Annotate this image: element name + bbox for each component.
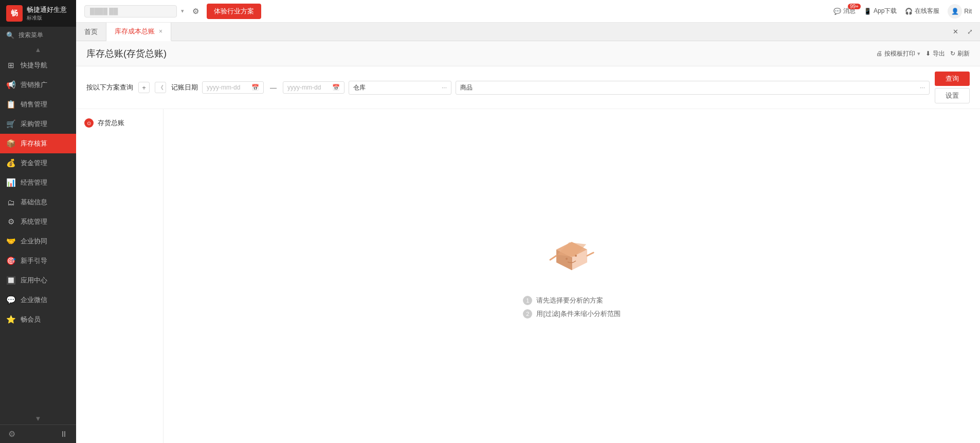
sidebar-logo: 畅 畅捷通好生意 标准版 (0, 0, 76, 27)
sidebar-item-label: 采购管理 (21, 119, 47, 129)
sidebar-search[interactable]: 🔍 搜索菜单 (0, 27, 76, 44)
topbar: ████ ██ ▾ ⚙ 体验行业方案 💬 消息 99+ 📱 App下载 🎧 在线… (76, 0, 980, 23)
sidebar-item-enterprise[interactable]: 🤝 企业协同 (0, 232, 76, 251)
date-field-label: 记账日期 (171, 83, 198, 92)
topbar-gear-button[interactable]: ⚙ (188, 4, 203, 19)
sidebar-item-label: 销售管理 (21, 100, 47, 109)
topbar-chevron-icon[interactable]: ▾ (181, 8, 184, 14)
filter-collapse-button[interactable]: 《 (155, 82, 166, 93)
goods-more-icon[interactable]: ··· (920, 84, 925, 91)
sidebar-item-label: 企业协同 (21, 237, 47, 246)
sales-icon: 📋 (6, 100, 15, 109)
sidebar-item-marketing[interactable]: 📢 营销推广 (0, 75, 76, 95)
user-profile[interactable]: 👤 Rit (948, 4, 972, 19)
sidebar-item-quick-nav[interactable]: ⊞ 快捷导航 (0, 56, 76, 75)
sidebar-item-basic[interactable]: 🗂 基础信息 (0, 192, 76, 212)
industry-solution-button[interactable]: 体验行业方案 (207, 4, 261, 19)
apps-icon: 🔲 (6, 276, 15, 285)
online-support-action[interactable]: 🎧 在线客服 (905, 7, 939, 15)
sidebar-item-newbie[interactable]: 🎯 新手引导 (0, 251, 76, 271)
main-body: ⊙ 存货总账 (76, 109, 980, 443)
sidebar-search-label: 搜索菜单 (19, 31, 43, 40)
date-end-placeholder: yyyy-mm-dd (287, 84, 321, 91)
sidebar-item-label: 新手引导 (21, 256, 47, 265)
tab-home[interactable]: 首页 (76, 23, 106, 41)
app-logo-text: 畅捷通好生意 标准版 (27, 5, 67, 22)
print-label: 按模板打印 (884, 49, 915, 58)
sidebar-item-inventory[interactable]: 📦 库存核算 (0, 134, 76, 153)
tip-text-1: 请先选择要分析的方案 (536, 296, 603, 305)
calendar-start-icon[interactable]: 📅 (251, 84, 259, 91)
empty-tips: 1 请先选择要分析的方案 2 用[过滤]条件来缩小分析范围 (523, 296, 620, 318)
filter-panel-item-inventory[interactable]: ⊙ 存货总账 (76, 114, 163, 132)
sidebar: 畅 畅捷通好生意 标准版 🔍 搜索菜单 ▲ ⊞ 快捷导航 📢 营销推广 📋 销售… (0, 0, 76, 443)
export-icon: ⬇ (925, 50, 931, 57)
sidebar-item-label: 企业微信 (21, 295, 47, 305)
user-avatar: 👤 (948, 4, 962, 19)
search-icon: 🔍 (6, 31, 14, 39)
refresh-icon: ↻ (950, 50, 955, 57)
calendar-end-icon[interactable]: 📅 (332, 84, 340, 91)
main-content: ████ ██ ▾ ⚙ 体验行业方案 💬 消息 99+ 📱 App下载 🎧 在线… (76, 0, 980, 443)
tabs-close-all-button[interactable]: ✕ (949, 26, 961, 38)
print-icon: 🖨 (876, 50, 882, 57)
goods-select[interactable]: 商品 ··· (456, 81, 930, 95)
sidebar-item-wechat[interactable]: 💬 企业微信 (0, 290, 76, 310)
sidebar-item-label: 应用中心 (21, 276, 47, 285)
enterprise-icon: 🤝 (6, 237, 15, 246)
tip-num-1: 1 (523, 296, 532, 305)
message-icon: 💬 (833, 8, 841, 15)
app-name: 畅捷通好生意 (27, 5, 67, 14)
operations-icon: 📊 (6, 178, 15, 187)
filter-add-button[interactable]: + (138, 82, 150, 93)
topbar-search-input[interactable]: ████ ██ (84, 5, 177, 17)
marketing-icon: 📢 (6, 80, 15, 90)
settings-icon[interactable]: ⚙ (8, 429, 15, 439)
empty-state: 1 请先选择要分析的方案 2 用[过滤]条件来缩小分析范围 (164, 109, 980, 443)
filter-side-panel: ⊙ 存货总账 (76, 109, 164, 443)
warehouse-select[interactable]: 仓库 ··· (349, 81, 451, 95)
sidebar-scroll-down[interactable]: ▼ (0, 413, 76, 424)
tip-text-2: 用[过滤]条件来缩小分析范围 (536, 309, 620, 318)
online-support-label: 在线客服 (915, 7, 939, 15)
sidebar-item-operations[interactable]: 📊 经营管理 (0, 173, 76, 192)
app-download-action[interactable]: 📱 App下载 (864, 7, 897, 15)
sidebar-item-member[interactable]: ⭐ 畅会员 (0, 310, 76, 329)
export-button[interactable]: ⬇ 导出 (925, 49, 945, 58)
warehouse-more-icon[interactable]: ··· (442, 84, 447, 91)
headset-icon: 🎧 (905, 8, 913, 15)
sidebar-item-system[interactable]: ⚙ 系统管理 (0, 212, 76, 232)
date-start-input[interactable]: yyyy-mm-dd 📅 (202, 81, 264, 94)
print-chevron-icon[interactable]: ▾ (917, 50, 920, 57)
sidebar-item-sales[interactable]: 📋 销售管理 (0, 95, 76, 114)
topbar-search-text: ████ ██ (90, 8, 118, 15)
date-end-input[interactable]: yyyy-mm-dd 📅 (283, 81, 344, 94)
sidebar-item-label: 经营管理 (21, 178, 47, 187)
tab-close-button[interactable]: × (159, 28, 162, 35)
page-header: 库存总账(存货总账) 🖨 按模板打印 ▾ ⬇ 导出 ↻ 刷新 (76, 41, 980, 66)
purchase-icon: 🛒 (6, 119, 15, 129)
member-icon: ⭐ (6, 315, 15, 324)
query-button[interactable]: 查询 (935, 72, 970, 86)
filter-bar: 按以下方案查询 + 《 记账日期 yyyy-mm-dd 📅 — yyyy-mm-… (76, 66, 980, 109)
sidebar-item-purchase[interactable]: 🛒 采购管理 (0, 114, 76, 134)
sidebar-scroll-up[interactable]: ▲ (0, 44, 76, 56)
finance-icon: 💰 (6, 158, 15, 168)
sidebar-item-apps[interactable]: 🔲 应用中心 (0, 271, 76, 290)
refresh-button[interactable]: ↻ 刷新 (950, 49, 970, 58)
sidebar-item-finance[interactable]: 💰 资金管理 (0, 153, 76, 173)
empty-state-illustration (546, 234, 597, 286)
svg-line-7 (550, 256, 556, 260)
collapse-icon[interactable]: ⏸ (60, 430, 68, 439)
tabs-expand-button[interactable]: ⤢ (964, 26, 976, 38)
tab-inventory-label: 库存成本总账 (115, 27, 155, 36)
sidebar-bottom: ⚙ ⏸ (0, 424, 76, 443)
settings-button[interactable]: 设置 (935, 88, 970, 103)
print-template-button[interactable]: 🖨 按模板打印 ▾ (876, 49, 920, 58)
tab-inventory-ledger[interactable]: 库存成本总账 × (106, 23, 171, 41)
message-action[interactable]: 💬 消息 99+ (833, 7, 856, 15)
inventory-icon: 📦 (6, 139, 15, 148)
empty-tip-1: 1 请先选择要分析的方案 (523, 296, 620, 305)
newbie-icon: 🎯 (6, 256, 15, 265)
filter-actions: 查询 设置 (935, 72, 970, 103)
